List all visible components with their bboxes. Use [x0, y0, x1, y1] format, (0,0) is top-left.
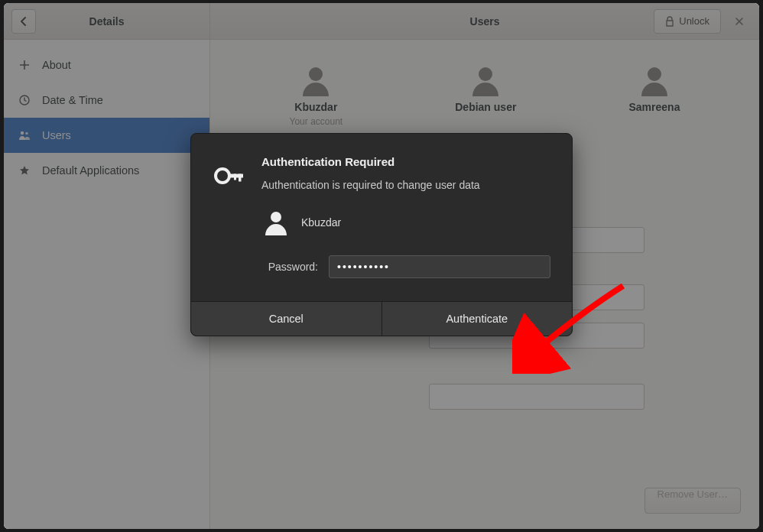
- dialog-content: Authentication Required Authentication i…: [261, 155, 550, 278]
- password-input[interactable]: [329, 255, 550, 278]
- cancel-label: Cancel: [269, 313, 304, 325]
- dialog-body: Authentication Required Authentication i…: [191, 134, 572, 301]
- svg-rect-10: [239, 174, 242, 182]
- dialog-actions: Cancel Authenticate: [191, 301, 572, 336]
- password-label: Password:: [261, 261, 318, 273]
- authenticate-button[interactable]: Authenticate: [382, 302, 573, 336]
- password-row: Password:: [261, 255, 550, 278]
- dialog-user-name: Kbuzdar: [301, 216, 341, 229]
- dialog-message: Authentication is required to change use…: [261, 179, 550, 191]
- dialog-title: Authentication Required: [261, 155, 550, 168]
- modal-overlay: Authentication Required Authentication i…: [4, 3, 759, 529]
- authenticate-label: Authenticate: [446, 313, 508, 325]
- svg-rect-11: [234, 174, 236, 180]
- cancel-button[interactable]: Cancel: [191, 302, 382, 336]
- key-icon: [213, 160, 245, 192]
- avatar-icon: [261, 208, 291, 237]
- svg-point-8: [220, 174, 225, 178]
- settings-window: Details Users Unlock About Date & Time: [4, 3, 759, 529]
- auth-dialog: Authentication Required Authentication i…: [190, 133, 573, 336]
- dialog-user-row: Kbuzdar: [261, 208, 550, 237]
- svg-point-12: [271, 212, 281, 222]
